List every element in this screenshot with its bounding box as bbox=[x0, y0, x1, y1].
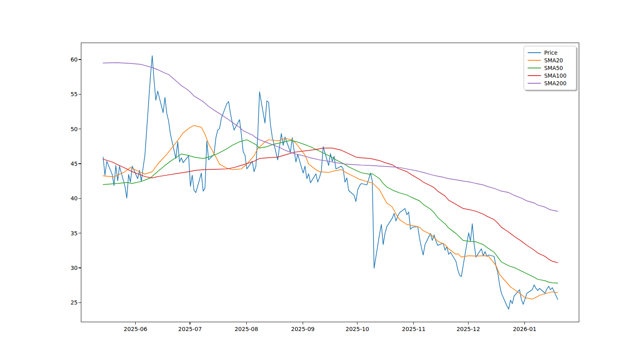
x-tick-label: 2026-01 bbox=[508, 326, 541, 332]
x-tick-mark bbox=[524, 322, 525, 325]
legend-line-swatch bbox=[528, 60, 541, 61]
legend-item-sma200: SMA200 bbox=[528, 80, 572, 87]
x-tick-mark bbox=[413, 322, 414, 325]
y-tick-mark bbox=[78, 94, 81, 95]
y-tick-label: 45 bbox=[58, 160, 78, 167]
y-tick-label: 25 bbox=[58, 299, 78, 306]
x-tick-label: 2025-09 bbox=[287, 326, 319, 332]
x-tick-mark bbox=[246, 322, 247, 325]
x-tick-label: 2025-08 bbox=[230, 326, 262, 332]
x-tick-label: 2025-12 bbox=[452, 326, 484, 332]
legend-label: SMA200 bbox=[544, 80, 566, 86]
legend-line-swatch bbox=[528, 75, 541, 76]
y-tick-mark bbox=[78, 233, 81, 233]
y-tick-mark bbox=[78, 129, 81, 129]
legend-label: SMA50 bbox=[544, 65, 563, 71]
y-tick-mark bbox=[78, 302, 81, 303]
x-tick-label: 2025-10 bbox=[341, 326, 374, 332]
figure-canvas: PriceSMA20SMA50SMA100SMA200 253035404550… bbox=[0, 0, 644, 362]
y-tick-label: 50 bbox=[58, 126, 78, 132]
y-tick-mark bbox=[78, 267, 81, 268]
y-tick-mark bbox=[78, 198, 81, 199]
x-tick-label: 2025-07 bbox=[174, 326, 206, 332]
x-tick-mark bbox=[357, 322, 357, 325]
y-tick-mark bbox=[78, 163, 81, 164]
legend-item-sma100: SMA100 bbox=[528, 72, 572, 80]
legend[interactable]: PriceSMA20SMA50SMA100SMA200 bbox=[524, 46, 576, 90]
legend-item-sma20: SMA20 bbox=[528, 56, 572, 64]
x-tick-mark bbox=[303, 322, 303, 325]
x-tick-label: 2025-06 bbox=[120, 326, 152, 332]
series-line-sma50 bbox=[103, 140, 558, 283]
y-tick-label: 30 bbox=[58, 265, 78, 271]
x-tick-label: 2025-11 bbox=[398, 326, 430, 332]
legend-item-sma50: SMA50 bbox=[528, 64, 572, 72]
series-line-sma100 bbox=[103, 148, 558, 263]
chart-lines bbox=[81, 43, 580, 323]
legend-label: SMA20 bbox=[544, 57, 563, 64]
y-tick-label: 55 bbox=[58, 91, 78, 97]
x-tick-mark bbox=[190, 322, 190, 325]
series-line-sma20 bbox=[103, 125, 558, 299]
legend-line-swatch bbox=[528, 52, 541, 53]
x-tick-mark bbox=[468, 322, 469, 325]
y-tick-label: 35 bbox=[58, 230, 78, 237]
legend-line-swatch bbox=[528, 68, 541, 68]
series-line-price bbox=[103, 56, 558, 309]
legend-item-price: Price bbox=[528, 49, 572, 56]
legend-line-swatch bbox=[528, 83, 541, 84]
legend-label: SMA100 bbox=[544, 72, 566, 79]
y-tick-mark bbox=[78, 59, 81, 60]
y-tick-label: 40 bbox=[58, 195, 78, 202]
legend-label: Price bbox=[544, 49, 557, 56]
x-tick-mark bbox=[135, 322, 136, 325]
y-tick-label: 60 bbox=[58, 56, 78, 63]
plot-area: PriceSMA20SMA50SMA100SMA200 bbox=[81, 43, 579, 322]
